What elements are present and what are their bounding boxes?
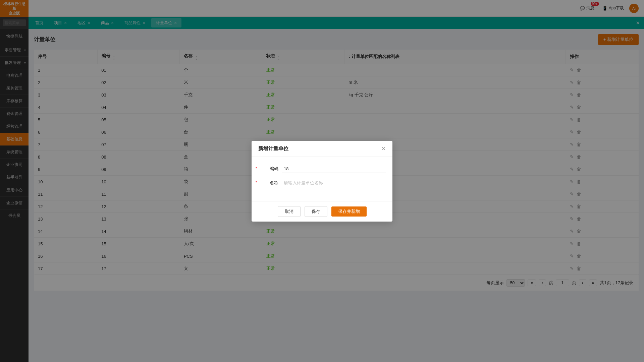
code-field-row: 编码 bbox=[258, 165, 386, 173]
modal-body: 编码 名称 bbox=[252, 157, 392, 201]
modal-footer: 取消 保存 保存并新增 bbox=[252, 201, 392, 222]
code-input[interactable] bbox=[282, 165, 386, 173]
name-field-label: 名称 bbox=[258, 180, 278, 186]
modal-header: 新增计量单位 ✕ bbox=[252, 141, 392, 157]
cancel-button[interactable]: 取消 bbox=[278, 206, 301, 217]
code-field-label: 编码 bbox=[258, 166, 278, 172]
modal-close-button[interactable]: ✕ bbox=[381, 145, 386, 152]
modal-overlay: 新增计量单位 ✕ 编码 名称 取消 保存 保存并新增 bbox=[0, 0, 644, 362]
add-unit-modal: 新增计量单位 ✕ 编码 名称 取消 保存 保存并新增 bbox=[252, 141, 392, 222]
name-field-row: 名称 bbox=[258, 179, 386, 187]
save-button[interactable]: 保存 bbox=[305, 206, 327, 217]
modal-title: 新增计量单位 bbox=[258, 145, 288, 152]
save-and-add-button[interactable]: 保存并新增 bbox=[331, 206, 367, 217]
name-input[interactable] bbox=[282, 179, 386, 187]
